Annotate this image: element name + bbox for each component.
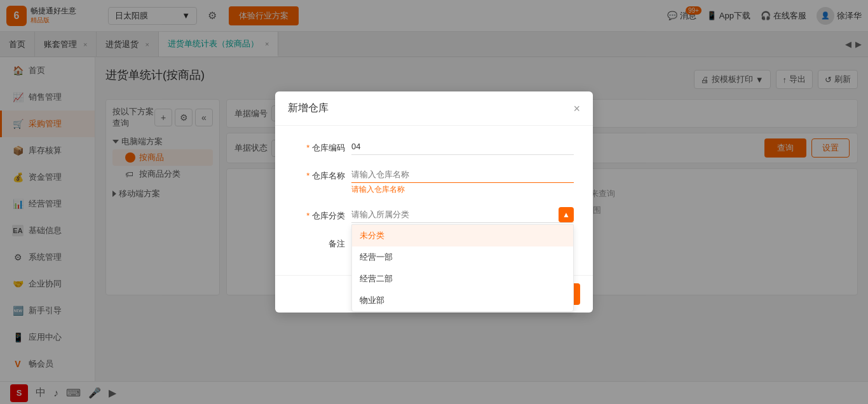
- modal-header: 新增仓库 ×: [275, 91, 593, 126]
- code-label: 仓库编码: [294, 138, 345, 154]
- category-input[interactable]: [351, 206, 574, 223]
- modal-new-warehouse: 新增仓库 × 仓库编码 仓库名称 请输入仓库名称 仓库分类: [275, 91, 593, 313]
- category-dropdown-list: 未分类 经营一部 经营二部 物业部: [351, 224, 574, 312]
- name-field-wrap: 请输入仓库名称: [351, 166, 574, 195]
- category-label: 仓库分类: [294, 206, 345, 222]
- modal-close-button[interactable]: ×: [573, 103, 580, 114]
- modal-title: 新增仓库: [288, 102, 329, 115]
- code-field-wrap: [351, 138, 574, 155]
- category-dropdown-arrow[interactable]: ▲: [559, 207, 574, 222]
- modal-overlay: 新增仓库 × 仓库编码 仓库名称 请输入仓库名称 仓库分类: [0, 0, 868, 404]
- name-input[interactable]: [351, 166, 574, 183]
- category-field-wrap: ▲ 未分类 经营一部 经营二部 物业部: [351, 206, 574, 223]
- code-input[interactable]: [351, 138, 574, 155]
- form-row-code: 仓库编码: [294, 138, 574, 155]
- modal-body: 仓库编码 仓库名称 请输入仓库名称 仓库分类 ▲: [275, 126, 593, 275]
- form-row-category: 仓库分类 ▲ 未分类 经营一部 经营二部 物业部: [294, 206, 574, 223]
- dropdown-option-unclassified[interactable]: 未分类: [352, 225, 573, 246]
- form-row-name: 仓库名称 请输入仓库名称: [294, 166, 574, 195]
- name-label: 仓库名称: [294, 166, 345, 182]
- dropdown-option-dept1[interactable]: 经营一部: [352, 246, 573, 268]
- name-error-msg: 请输入仓库名称: [351, 184, 574, 195]
- notes-label: 备注: [294, 234, 345, 250]
- dropdown-option-dept2[interactable]: 经营二部: [352, 268, 573, 290]
- dropdown-option-property[interactable]: 物业部: [352, 290, 573, 311]
